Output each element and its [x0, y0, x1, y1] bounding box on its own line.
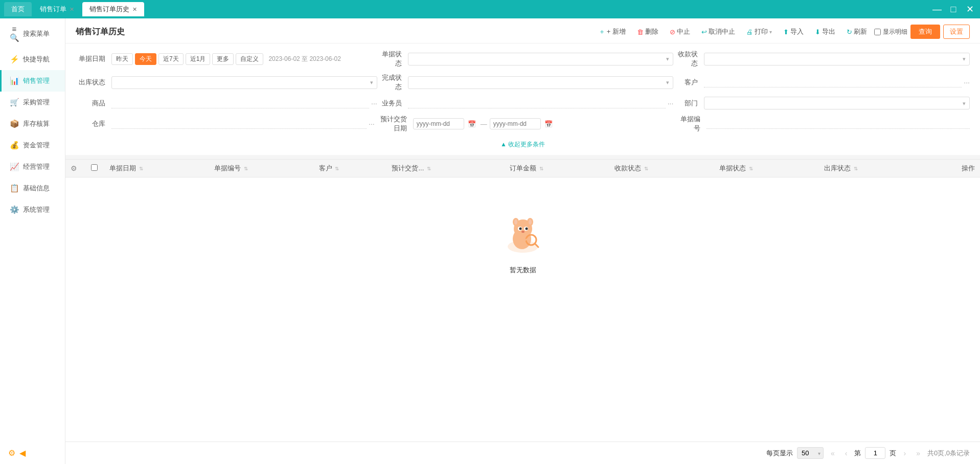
select-all-checkbox[interactable] [91, 164, 98, 171]
import-icon: ⬆ [783, 28, 789, 36]
svg-point-9 [519, 228, 521, 230]
sidebar-item-inventory[interactable]: 📦 库存核算 [0, 113, 65, 135]
order-status-label: 单据状态 [377, 50, 408, 68]
order-number-input[interactable] [706, 119, 970, 129]
th-delivery-date-sort[interactable]: ⇅ [427, 166, 431, 171]
collapse-filter-row[interactable]: ▲ 收起更多条件 [76, 138, 970, 149]
th-number-sort[interactable]: ⇅ [244, 166, 248, 171]
sidebar-item-sales-mgmt[interactable]: 📊 销售管理 [0, 70, 65, 92]
page-label-prefix: 第 [854, 449, 861, 458]
th-amount-sort[interactable]: ⇅ [539, 166, 543, 171]
empty-icon [497, 208, 549, 259]
th-order-status-sort[interactable]: ⇅ [749, 166, 753, 171]
salesperson-ellipsis[interactable]: ··· [668, 99, 674, 107]
completion-status-select[interactable] [408, 76, 674, 89]
date-today-btn[interactable]: 今天 [135, 53, 156, 65]
export-button[interactable]: ⬇ 导出 [811, 25, 839, 38]
inventory-icon: 📦 [10, 119, 19, 128]
query-button[interactable]: 查询 [910, 25, 940, 39]
quick-nav-icon: ⚡ [10, 55, 19, 64]
new-button[interactable]: ＋ + 新增 [595, 25, 630, 38]
stop-button[interactable]: ⊘ 中止 [666, 25, 694, 38]
customer-ellipsis[interactable]: ··· [964, 78, 970, 86]
pagination-bar: 每页显示 50 10 20 100 « ‹ 第 页 › » 共0页,0条记录 [65, 441, 980, 464]
prev-page-button[interactable]: ‹ [842, 448, 851, 458]
delivery-date-from-calendar-icon[interactable]: 📅 [468, 120, 476, 128]
print-button[interactable]: 🖨 打印 ▾ [742, 25, 776, 38]
svg-point-6 [529, 219, 532, 225]
date-range-btns: 昨天 今天 近7天 近1月 更多 自定义 [111, 53, 263, 65]
stop-icon: ⊘ [670, 28, 675, 36]
salesperson-input[interactable] [408, 98, 666, 108]
warehouse-status-select[interactable] [111, 76, 377, 89]
th-warehouse-status-sort[interactable]: ⇅ [854, 166, 858, 171]
th-customer-sort[interactable]: ⇅ [335, 166, 339, 171]
tab-home[interactable]: 首页 [4, 2, 32, 16]
filter-row-3: 商品 ··· 业务员 ··· 部门 [76, 97, 970, 109]
sidebar-item-quick-nav-label: 快捷导航 [23, 55, 50, 64]
warehouse-input[interactable] [111, 119, 367, 129]
cancel-stop-button[interactable]: ↩ 取消中止 [697, 25, 739, 38]
table-settings-button[interactable]: ⚙ [71, 164, 77, 172]
sidebar-settings-button[interactable]: ⚙ [8, 448, 15, 458]
settings-button[interactable]: 设置 [943, 25, 970, 39]
th-date-sort[interactable]: ⇅ [139, 166, 143, 171]
warehouse-status-label: 出库状态 [76, 78, 111, 87]
date-yesterday-btn[interactable]: 昨天 [111, 53, 133, 65]
date-1month-btn[interactable]: 近1月 [186, 53, 211, 65]
department-select[interactable] [704, 97, 970, 109]
goods-input[interactable] [111, 98, 369, 108]
refresh-button[interactable]: ↻ 刷新 [842, 25, 871, 38]
sidebar-item-operations[interactable]: 📈 经营管理 [0, 156, 65, 178]
tab-sales-history[interactable]: 销售订单历史 ✕ [82, 2, 144, 16]
sidebar-item-search-menu[interactable]: ≡🔍 搜索菜单 [0, 18, 65, 49]
display-detail-label[interactable]: 显示明细 [874, 28, 907, 36]
sidebar-item-base-info[interactable]: 📋 基础信息 [0, 178, 65, 199]
close-button[interactable]: ✕ [964, 3, 976, 15]
th-date-label: 单据日期 [109, 164, 136, 172]
delivery-date-from[interactable] [413, 118, 464, 129]
th-settings: ⚙ [65, 160, 86, 178]
th-payment-status-sort[interactable]: ⇅ [644, 166, 648, 171]
minimize-button[interactable]: — [931, 3, 943, 15]
last-page-button[interactable]: » [913, 448, 923, 458]
next-page-button[interactable]: › [900, 448, 909, 458]
delete-button[interactable]: 🗑 删除 [633, 25, 663, 38]
order-status-select[interactable] [408, 53, 674, 65]
import-button[interactable]: ⬆ 导入 [779, 25, 808, 38]
delivery-date-to-calendar-icon[interactable]: 📅 [544, 120, 553, 128]
tab-sales-history-close[interactable]: ✕ [132, 6, 137, 13]
export-label: 导出 [822, 27, 835, 36]
payment-status-select[interactable] [704, 53, 970, 65]
date-more-btn[interactable]: 更多 [212, 53, 234, 65]
goods-label: 商品 [76, 99, 111, 108]
sidebar-item-inventory-label: 库存核算 [23, 119, 50, 128]
th-payment-status-label: 收款状态 [614, 164, 641, 172]
th-warehouse-status-label: 出库状态 [824, 164, 851, 172]
display-detail-checkbox[interactable] [874, 29, 881, 35]
warehouse-label: 仓库 [76, 119, 111, 128]
tab-sales-order-close[interactable]: ✕ [70, 6, 74, 13]
sidebar-collapse-button[interactable]: ◀ [19, 448, 26, 458]
search-menu-icon: ≡🔍 [10, 25, 19, 42]
maximize-button[interactable]: □ [947, 3, 960, 15]
svg-point-11 [521, 231, 525, 233]
payment-status-label: 收款状态 [673, 50, 704, 68]
sidebar-item-purchase-mgmt[interactable]: 🛒 采购管理 [0, 92, 65, 113]
first-page-button[interactable]: « [828, 448, 838, 458]
date-7days-btn[interactable]: 近7天 [158, 53, 184, 65]
sidebar-item-sys-mgmt[interactable]: ⚙️ 系统管理 [0, 199, 65, 220]
page-number-input[interactable] [865, 447, 885, 459]
goods-ellipsis[interactable]: ··· [371, 99, 377, 107]
stop-label: 中止 [677, 27, 690, 36]
per-page-select[interactable]: 50 10 20 100 [797, 447, 824, 459]
customer-input[interactable] [704, 77, 962, 87]
date-custom-btn[interactable]: 自定义 [236, 53, 263, 65]
sidebar-item-quick-nav[interactable]: ⚡ 快捷导航 [0, 49, 65, 70]
warehouse-ellipsis[interactable]: ··· [369, 120, 375, 128]
delivery-date-to[interactable] [490, 118, 541, 129]
sidebar-item-finance[interactable]: 💰 资金管理 [0, 135, 65, 156]
collapse-label: ▲ 收起更多条件 [500, 141, 545, 148]
tab-sales-order[interactable]: 销售订单 ✕ [33, 2, 81, 16]
delete-label: 删除 [645, 27, 658, 36]
